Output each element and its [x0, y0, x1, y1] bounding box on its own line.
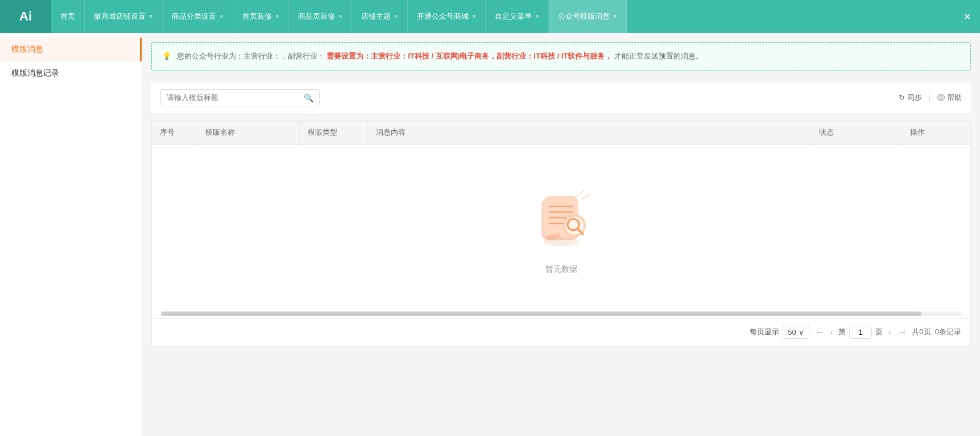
- horizontal-scrollbar[interactable]: [152, 309, 970, 318]
- search-input[interactable]: [167, 93, 304, 102]
- nav-tab-template[interactable]: 公众号模版消息×: [549, 0, 627, 33]
- sidebar-item-template-record[interactable]: 模版消息记录: [0, 61, 142, 85]
- nav-tab-close-theme[interactable]: ×: [394, 13, 398, 20]
- table-col-status: 状态: [811, 121, 902, 144]
- nav-tab-menu[interactable]: 自定义菜单×: [486, 0, 549, 33]
- search-area: 🔍 ↻ 同步 | ⓪ 帮助: [151, 82, 971, 113]
- nav-tabs: 首页微商城店铺设置×商品分类设置×首页装修×商品页装修×店铺主题×开通公众号商城…: [51, 0, 954, 33]
- nav-tab-close-homepage[interactable]: ×: [275, 13, 279, 20]
- total-info: 共0页, 0条记录: [912, 327, 961, 337]
- notice-highlight: 需要设置为：主营行业：IT科技 / 互联网|电子商务，副营行业：IT科技 / I…: [326, 52, 612, 60]
- page-navigation: ⊢ ‹ 第 页 › ⊣: [814, 326, 908, 339]
- page-number-input[interactable]: [849, 326, 872, 339]
- nav-tab-close-mall[interactable]: ×: [472, 13, 476, 20]
- sync-icon: ↻: [899, 93, 905, 102]
- main-layout: 模版消息模版消息记录 💡 您的公众号行业为：主营行业：，副营行业： 需要设置为：…: [0, 33, 980, 436]
- table-header: 序号模版名称模版类型消息内容状态操作: [152, 121, 970, 145]
- prev-page-button[interactable]: ‹: [828, 327, 835, 338]
- nav-tab-close-menu[interactable]: ×: [535, 13, 539, 20]
- table-col-content: 消息内容: [368, 121, 811, 144]
- notice-prefix: 您的公众号行业为：主营行业：，副营行业：: [177, 52, 325, 60]
- chevron-down-icon: ∨: [799, 328, 804, 337]
- nav-tab-close-category[interactable]: ×: [220, 13, 224, 20]
- empty-state: 暂无数据: [152, 145, 970, 309]
- table-col-type: 模版类型: [300, 121, 368, 144]
- page-label: 页: [875, 327, 883, 337]
- notice-banner: 💡 您的公众号行业为：主营行业：，副营行业： 需要设置为：主营行业：IT科技 /…: [151, 42, 971, 71]
- app-logo: Ai: [0, 0, 51, 33]
- last-page-button[interactable]: ⊣: [896, 327, 907, 338]
- sync-label: 同步: [907, 93, 922, 103]
- empty-text: 暂无数据: [545, 264, 577, 275]
- page-size-select: 每页显示 50 ∨: [750, 326, 809, 339]
- nav-tab-product[interactable]: 商品页装修×: [289, 0, 352, 33]
- toolbar-right: ↻ 同步 | ⓪ 帮助: [899, 93, 962, 103]
- notice-icon: 💡: [162, 52, 171, 60]
- first-page-button[interactable]: ⊢: [814, 327, 825, 338]
- help-label: 帮助: [947, 93, 962, 103]
- nav-tab-wshop[interactable]: 微商城店铺设置×: [85, 0, 163, 33]
- content-area: 💡 您的公众号行业为：主营行业：，副营行业： 需要设置为：主营行业：IT科技 /…: [142, 33, 980, 436]
- nav-tab-close-product[interactable]: ×: [338, 13, 342, 20]
- sync-button[interactable]: ↻ 同步: [899, 93, 922, 103]
- page-size-value: 50: [788, 328, 796, 337]
- table-col-name: 模版名称: [197, 121, 300, 144]
- empty-illustration: [524, 179, 598, 253]
- svg-line-13: [581, 195, 590, 199]
- nav-tab-homepage[interactable]: 首页装修×: [233, 0, 289, 33]
- top-navbar: Ai 首页微商城店铺设置×商品分类设置×首页装修×商品页装修×店铺主题×开通公众…: [0, 0, 980, 33]
- page-prefix: 第: [838, 327, 846, 337]
- notice-suffix: 才能正常发送预置的消息。: [614, 52, 703, 60]
- search-input-wrap[interactable]: 🔍: [160, 89, 320, 106]
- nav-tab-category[interactable]: 商品分类设置×: [163, 0, 233, 33]
- help-icon: ⓪: [937, 93, 945, 103]
- nav-tab-theme[interactable]: 店铺主题×: [352, 0, 408, 33]
- table-col-action: 操作: [902, 121, 970, 144]
- help-button[interactable]: ⓪ 帮助: [937, 93, 962, 103]
- next-page-button[interactable]: ›: [886, 327, 893, 338]
- svg-line-12: [577, 190, 584, 196]
- nav-tab-close-wshop[interactable]: ×: [149, 13, 153, 20]
- search-icon[interactable]: 🔍: [304, 93, 313, 102]
- page-size-dropdown[interactable]: 50 ∨: [783, 326, 809, 339]
- page-size-label: 每页显示: [750, 327, 779, 337]
- table-col-index: 序号: [152, 121, 197, 144]
- pagination: 每页显示 50 ∨ ⊢ ‹ 第 页 › ⊣ 共0页, 0条记录: [152, 318, 970, 346]
- close-all-button[interactable]: ✕: [954, 11, 980, 22]
- sidebar: 模版消息模版消息记录: [0, 33, 142, 436]
- data-table: 序号模版名称模版类型消息内容状态操作: [151, 120, 971, 346]
- sidebar-item-template-msg[interactable]: 模版消息: [0, 38, 142, 61]
- toolbar-divider: |: [929, 93, 931, 102]
- nav-tab-close-template[interactable]: ×: [613, 13, 617, 20]
- nav-tab-home[interactable]: 首页: [51, 0, 85, 33]
- nav-tab-mall[interactable]: 开通公众号商城×: [408, 0, 486, 33]
